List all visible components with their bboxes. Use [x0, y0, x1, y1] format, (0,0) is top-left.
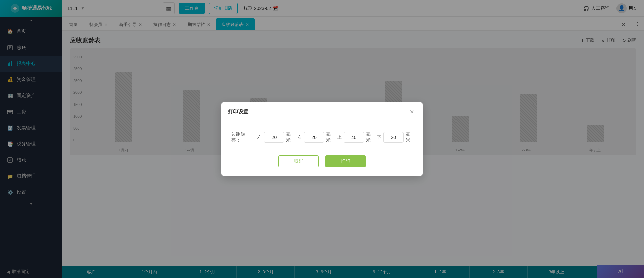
margin-left-group: 左 毫米	[257, 131, 293, 143]
bottom-unit: 毫米	[406, 131, 413, 143]
modal-title: 打印设置	[228, 109, 248, 115]
modal-close-button[interactable]: ✕	[408, 108, 416, 116]
top-input[interactable]	[344, 132, 364, 143]
margin-row: 边距调整： 左 毫米 右 毫米 上 毫米 下	[231, 131, 413, 143]
right-input[interactable]	[304, 132, 324, 143]
left-label: 左	[257, 134, 262, 140]
modal-header: 打印设置 ✕	[221, 102, 423, 121]
margin-adjust-label: 边距调整：	[231, 131, 253, 143]
top-unit: 毫米	[366, 131, 373, 143]
modal-body: 边距调整： 左 毫米 右 毫米 上 毫米 下	[221, 121, 423, 150]
bottom-input[interactable]	[383, 132, 404, 143]
bottom-margin-label: 下	[377, 134, 381, 140]
modal-overlay[interactable]: 打印设置 ✕ 边距调整： 左 毫米 右 毫米 上 毫米	[0, 0, 644, 278]
margin-right-group: 右 毫米	[297, 131, 333, 143]
print-settings-modal: 打印设置 ✕ 边距调整： 左 毫米 右 毫米 上 毫米	[221, 102, 423, 176]
margin-top-group: 上 毫米	[337, 131, 373, 143]
top-label: 上	[337, 134, 342, 140]
left-input[interactable]	[264, 132, 284, 143]
cancel-button[interactable]: 取消	[278, 155, 319, 167]
modal-footer: 取消 打印	[221, 150, 423, 176]
margin-bottom-group: 下 毫米	[377, 131, 413, 143]
confirm-print-button[interactable]: 打印	[325, 155, 366, 167]
left-unit: 毫米	[286, 131, 293, 143]
right-unit: 毫米	[326, 131, 333, 143]
right-label: 右	[297, 134, 302, 140]
